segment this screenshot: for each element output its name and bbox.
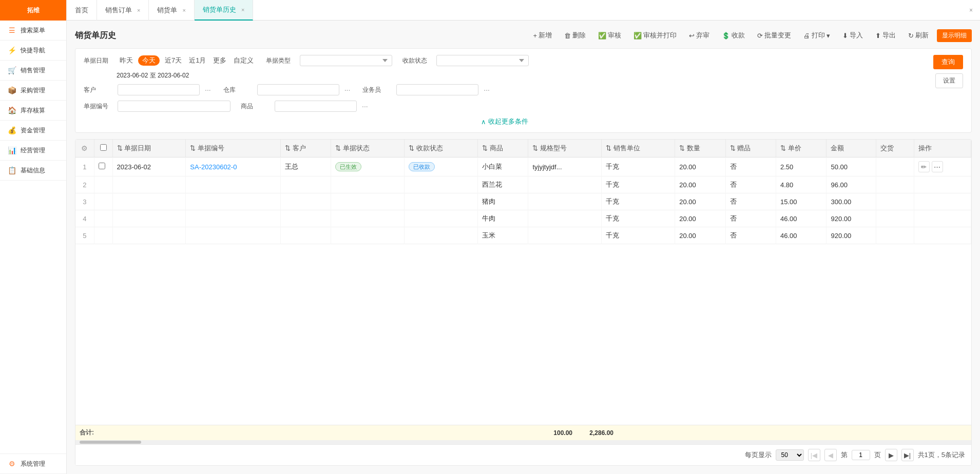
collect-button[interactable]: 💲 收款 <box>718 29 749 42</box>
filter-doc-type: 单据类型 <box>266 55 392 66</box>
tab-sales-history[interactable]: 销货单历史 × <box>195 0 253 21</box>
unit-sort[interactable]: ⇅ 销售单位 <box>606 144 670 153</box>
query-button[interactable]: 查询 <box>933 55 963 69</box>
main-area: 首页 销售订单 × 销货单 × 销货单历史 × × 销货单历史 + 新增 <box>67 0 980 474</box>
date-tab-today[interactable]: 今天 <box>138 55 160 66</box>
customer-sort[interactable]: ⇅ 客户 <box>285 144 326 153</box>
batch-change-button[interactable]: ⟳ 批量变更 <box>753 29 795 42</box>
warehouse-picker[interactable]: ··· <box>342 86 353 94</box>
doc-status-sort[interactable]: ⇅ 单据状态 <box>335 144 400 153</box>
staff-picker[interactable]: ··· <box>482 86 492 94</box>
qty-sort[interactable]: ⇅ 数量 <box>679 144 721 153</box>
row-qty: 20.00 <box>675 227 725 244</box>
export-button[interactable]: ⬆ 导出 <box>871 29 900 42</box>
row-doc-status <box>331 227 405 244</box>
tab-sales-history-close[interactable]: × <box>241 7 244 13</box>
goods-sort[interactable]: ⇅ 商品 <box>482 144 524 153</box>
table-row: 3 猪肉 千克 20.00 否 15.00 300.00 <box>75 193 971 210</box>
pay-status-sort[interactable]: ⇅ 收款状态 <box>409 144 473 153</box>
customer-picker[interactable]: ··· <box>203 86 213 94</box>
goods-picker[interactable]: ··· <box>360 102 370 110</box>
date-tabs: 昨天 今天 近7天 近1月 更多 自定义 <box>118 55 256 66</box>
approve-print-button[interactable]: ✅ 审核并打印 <box>629 29 681 42</box>
sidebar-item-inventory[interactable]: 🏠 库存核算 <box>0 101 66 121</box>
row-checkbox[interactable] <box>99 163 105 169</box>
sidebar-item-search-menu[interactable]: ☰ 搜索菜单 <box>0 21 66 41</box>
sidebar-item-sys-mgmt[interactable]: ⚙ 系统管理 <box>0 453 66 474</box>
table-settings-icon[interactable]: ⚙ <box>81 144 88 152</box>
data-table: ⚙ ⇅ 单据日期 ⇅ 单据编号 ⇅ 客户 ⇅ 单据状态 ⇅ 收款状态 ⇅ 商品 <box>75 140 971 244</box>
horizontal-scrollbar[interactable] <box>75 440 971 444</box>
row-amount: 96.00 <box>827 176 876 193</box>
select-all-checkbox[interactable] <box>100 144 107 151</box>
prev-page-button[interactable]: ◀ <box>824 449 837 461</box>
sidebar-item-operations-mgmt[interactable]: 📊 经营管理 <box>0 141 66 161</box>
tab-sales-delivery-close[interactable]: × <box>182 7 185 13</box>
spec-sort[interactable]: ⇅ 规格型号 <box>532 144 597 153</box>
row-transaction <box>876 176 914 193</box>
approve-label: 审核 <box>608 31 621 40</box>
print-button[interactable]: 🖨 打印 ▾ <box>799 29 834 42</box>
collapse-button[interactable]: ∧ 收起更多条件 <box>84 117 925 126</box>
row-doc-no: SA-20230602-0 <box>186 157 281 176</box>
edit-button[interactable]: ✏ <box>918 161 930 172</box>
scroll-thumb[interactable] <box>80 441 141 444</box>
close-all-tabs[interactable]: × <box>962 7 980 14</box>
date-sort[interactable]: ⇅ 单据日期 <box>117 144 182 153</box>
warehouse-input[interactable] <box>257 84 339 95</box>
sidebar-item-quick-nav[interactable]: ⚡ 快捷导航 <box>0 41 66 61</box>
date-tab-custom[interactable]: 自定义 <box>232 55 256 66</box>
collect-icon: 💲 <box>722 32 730 40</box>
doc-no-link[interactable]: SA-20230602-0 <box>190 163 237 171</box>
row-price: 4.80 <box>776 176 827 193</box>
per-page-select[interactable]: 50 100 200 <box>776 449 804 461</box>
footer-values: 100.00 2,286.00 <box>121 429 967 437</box>
page-label-2: 页 <box>874 450 881 460</box>
date-tab-7days[interactable]: 近7天 <box>163 55 184 66</box>
row-spec <box>528 193 602 210</box>
pay-status-select[interactable] <box>436 55 529 66</box>
date-tab-yesterday[interactable]: 昨天 <box>118 55 135 66</box>
purchase-icon: 📦 <box>7 86 16 95</box>
delete-button[interactable]: 🗑 删除 <box>560 29 590 42</box>
more-button[interactable]: ⋯ <box>932 161 943 172</box>
doc-type-select[interactable] <box>300 55 392 66</box>
page-number-input[interactable] <box>852 450 870 460</box>
refresh-button[interactable]: ↻ 刷新 <box>904 29 933 42</box>
goods-input[interactable] <box>275 101 357 112</box>
discard-button[interactable]: ↩ 弃审 <box>685 29 714 42</box>
gift-sort[interactable]: ⇅ 赠品 <box>730 144 772 153</box>
last-page-button[interactable]: ▶| <box>901 449 914 461</box>
tab-home[interactable]: 首页 <box>67 0 97 21</box>
filter-row-1: 单据日期 昨天 今天 近7天 近1月 更多 自定义 单据类型 <box>84 55 925 66</box>
refresh-label: 刷新 <box>915 31 929 40</box>
export-label: 导出 <box>882 31 896 40</box>
page-header: 销货单历史 + 新增 🗑 删除 ✅ 审核 ✅ 审核并打印 <box>75 29 972 42</box>
sidebar-item-finance-mgmt[interactable]: 💰 资金管理 <box>0 121 66 141</box>
date-tab-more[interactable]: 更多 <box>211 55 228 66</box>
display-details-button[interactable]: 显示明细 <box>937 29 972 42</box>
table-row: 1 2023-06-02 SA-20230602-0 王总 已生效 已收款 小白… <box>75 157 971 176</box>
col-price: ⇅ 单价 <box>776 140 827 157</box>
tab-sales-order[interactable]: 销售订单 × <box>97 0 149 21</box>
tab-sales-delivery[interactable]: 销货单 × <box>149 0 194 21</box>
sidebar-item-sales-mgmt[interactable]: 🛒 销售管理 <box>0 61 66 81</box>
add-button[interactable]: + 新增 <box>529 29 556 42</box>
sidebar-item-label: 基础信息 <box>21 166 45 175</box>
doc-no-sort[interactable]: ⇅ 单据编号 <box>190 144 276 153</box>
price-sort[interactable]: ⇅ 单价 <box>780 144 822 153</box>
date-tab-1month[interactable]: 近1月 <box>187 55 208 66</box>
first-page-button[interactable]: |◀ <box>808 449 820 461</box>
sidebar-item-purchase-mgmt[interactable]: 📦 采购管理 <box>0 81 66 101</box>
staff-input[interactable] <box>396 84 478 95</box>
tab-sales-order-close[interactable]: × <box>137 7 140 13</box>
setting-button[interactable]: 设置 <box>935 73 963 88</box>
import-button[interactable]: ⬇ 导入 <box>838 29 867 42</box>
print-icon: 🖨 <box>803 32 810 40</box>
doc-no-input[interactable] <box>118 101 230 112</box>
sidebar-item-basic-info[interactable]: 📋 基础信息 <box>0 161 66 181</box>
next-page-button[interactable]: ▶ <box>885 449 897 461</box>
customer-input[interactable] <box>118 84 200 95</box>
approve-button[interactable]: ✅ 审核 <box>594 29 625 42</box>
row-gift: 否 <box>725 157 776 176</box>
